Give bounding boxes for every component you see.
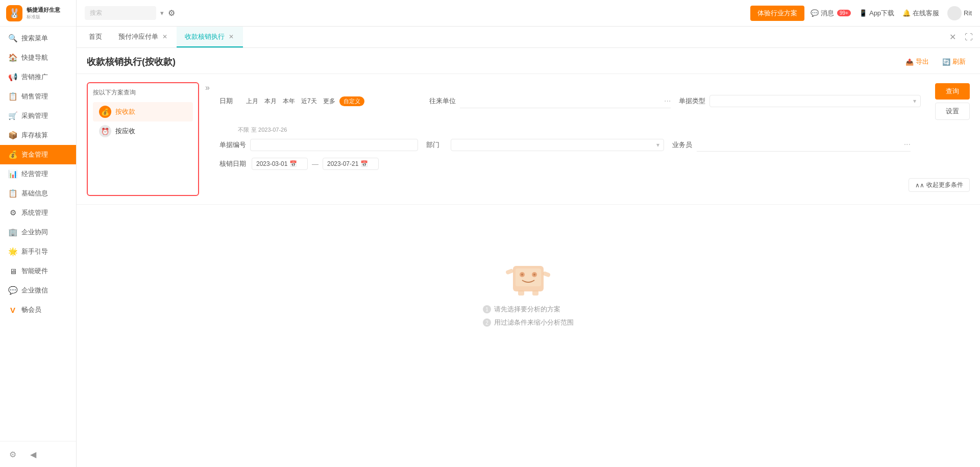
tab-prepay[interactable]: 预付冲应付单 ✕ [110, 27, 177, 47]
svg-point-5 [533, 274, 535, 276]
writeoff-end-text: 2023-07-21 [327, 160, 358, 167]
salesman-more-icon[interactable]: ··· [904, 140, 911, 149]
date-separator: — [312, 160, 318, 168]
shortcut-custom[interactable]: 自定义 [339, 96, 364, 106]
date-field: 日期 上月 本月 本年 近7天 更多 自定义 [219, 96, 421, 107]
salesman-label: 业务员 [672, 140, 693, 150]
salesman-field: 业务员 ··· [672, 138, 911, 152]
sidebar-item-inventory[interactable]: 📦 库存核算 [0, 126, 76, 145]
no-limit-text: 不限 [238, 126, 249, 134]
voucher-no-input[interactable] [250, 139, 418, 151]
tab-collection[interactable]: 收款核销执行 ✕ [177, 27, 243, 47]
writeoff-date-label: 核销日期 [219, 159, 248, 168]
shortcut-7days[interactable]: 近7天 [299, 96, 319, 107]
export-btn[interactable]: 📤 导出 [901, 55, 933, 68]
finance-icon: 💰 [8, 150, 17, 159]
receivable-option-icon: ⏰ [99, 125, 111, 137]
inventory-icon: 📦 [8, 131, 17, 140]
user-name: Rit [964, 9, 972, 17]
sidebar-item-guide[interactable]: 🌟 新手引导 [0, 242, 76, 261]
sidebar-item-enterprise[interactable]: 🏢 企业协同 [0, 223, 76, 242]
tab-bar: 首页 预付冲应付单 ✕ 收款核销执行 ✕ ✕ ⛶ [77, 27, 980, 48]
online-service-label: 在线客服 [913, 9, 939, 18]
tab-bar-actions: ✕ ⛶ [945, 27, 976, 47]
shortcut-more[interactable]: 更多 [321, 96, 337, 107]
sidebar-item-marketing[interactable]: 📢 营销推广 [0, 67, 76, 87]
filter-row-1: 日期 上月 本月 本年 近7天 更多 自定义 [219, 82, 970, 120]
svg-rect-6 [505, 268, 514, 275]
export-icon: 📤 [905, 58, 914, 66]
search-nav-icon: 🔍 [8, 34, 17, 43]
voucher-type-label: 单据类型 [679, 96, 705, 106]
message-btn[interactable]: 💬 消息 99+ [811, 9, 851, 18]
top-header: 搜索 ▾ ⚙ 体验行业方案 💬 消息 99+ 📱 App下载 🔔 在线客服 Ri… [77, 0, 980, 27]
tab-home-label: 首页 [89, 32, 102, 41]
sidebar-item-hardware[interactable]: 🖥 智能硬件 [0, 261, 76, 281]
chevron-up-icon: ∧∧ [915, 182, 924, 189]
chevron-down-icon[interactable]: ▾ [160, 9, 164, 17]
filter-option-by-collection[interactable]: 💰 按收款 [93, 102, 193, 121]
setting-button[interactable]: 设置 [935, 103, 970, 120]
sidebar-item-search[interactable]: 🔍 搜索菜单 [0, 29, 76, 48]
filter-row-2: 单据编号 部门 ▾ 业务员 [219, 138, 970, 152]
wechat-icon: 💬 [8, 286, 17, 295]
sidebar-item-quick-nav[interactable]: 🏠 快捷导航 [0, 48, 76, 67]
writeoff-end-date[interactable]: 2023-07-21 📅 [323, 158, 379, 170]
sidebar-item-system[interactable]: ⚙ 系统管理 [0, 203, 76, 223]
sidebar-item-label-wechat: 企业微信 [21, 286, 48, 295]
online-service-btn[interactable]: 🔔 在线客服 [902, 9, 939, 18]
step-1-num: 1 [483, 305, 491, 313]
logo-name: 畅捷通好生意 [27, 6, 60, 14]
sidebar-item-purchase[interactable]: 🛒 采购管理 [0, 106, 76, 126]
page-header-actions: 📤 导出 🔄 刷新 [901, 55, 970, 68]
collapse-more-btn[interactable]: ∧∧ 收起更多条件 [909, 178, 970, 192]
sidebar-item-wechat[interactable]: 💬 企业微信 [0, 281, 76, 300]
empty-step-1: 1 请先选择要分析的方案 [483, 305, 574, 314]
writeoff-start-date[interactable]: 2023-03-01 📅 [252, 158, 308, 170]
gear-icon[interactable]: ⚙ [168, 8, 175, 18]
sidebar-item-label-inventory: 库存核算 [21, 131, 48, 140]
department-select[interactable]: ▾ [451, 139, 665, 151]
date-to-text: 至 2023-07-26 [251, 126, 287, 134]
date-shortcuts: 上月 本月 本年 近7天 更多 自定义 [244, 96, 364, 107]
sidebar-item-sales[interactable]: 📋 销售管理 [0, 87, 76, 106]
empty-step-2-text: 用过滤条件来缩小分析范围 [494, 318, 574, 327]
page-title: 收款核销执行(按收款) [87, 56, 176, 68]
tab-prepay-close-icon[interactable]: ✕ [161, 33, 168, 40]
collapse-left-btn[interactable]: » [205, 82, 215, 196]
collapse-sidebar-btn[interactable]: ◀ [26, 447, 41, 462]
counterpart-more-icon[interactable]: ··· [664, 96, 671, 106]
sidebar-item-business[interactable]: 📊 经营管理 [0, 164, 76, 184]
shortcut-this-month[interactable]: 本月 [262, 96, 279, 107]
user-menu[interactable]: Rit [947, 6, 972, 20]
voucher-no-field: 单据编号 [219, 139, 418, 151]
tab-collection-close-icon[interactable]: ✕ [228, 33, 235, 40]
page-header: 收款核销执行(按收款) 📤 导出 🔄 刷新 [77, 48, 980, 74]
settings-btn[interactable]: ⚙ [5, 447, 20, 462]
solution-button[interactable]: 体验行业方案 [750, 6, 804, 21]
voucher-no-label: 单据编号 [219, 140, 246, 150]
date-info-row: 不限 至 2023-07-26 [238, 126, 970, 134]
app-download-btn[interactable]: 📱 App下载 [859, 9, 894, 18]
query-button[interactable]: 查询 [935, 83, 970, 100]
sidebar-item-finance[interactable]: 💰 资金管理 [0, 145, 76, 164]
shortcut-last-month[interactable]: 上月 [244, 96, 260, 107]
filter-actions: 查询 设置 [935, 82, 970, 120]
tab-home[interactable]: 首页 [81, 27, 110, 47]
sidebar-item-label-basic-info: 基础信息 [21, 189, 48, 198]
sidebar-item-basic-info[interactable]: 📋 基础信息 [0, 184, 76, 203]
tab-close-all-btn[interactable]: ✕ [945, 30, 960, 44]
app-logo: 🐰 畅捷通好生意 标准版 [0, 0, 76, 27]
marketing-icon: 📢 [8, 72, 17, 82]
home-icon: 🏠 [8, 53, 17, 62]
chevron-down-voucher-icon: ▾ [913, 97, 916, 105]
shortcut-this-year[interactable]: 本年 [281, 96, 297, 107]
refresh-btn[interactable]: 🔄 刷新 [938, 55, 970, 68]
sidebar-item-member[interactable]: V 畅会员 [0, 300, 76, 319]
filter-option-by-receivable[interactable]: ⏰ 按应收 [93, 121, 193, 141]
svg-rect-8 [518, 290, 524, 296]
tab-expand-btn[interactable]: ⛶ [962, 30, 976, 44]
message-badge: 99+ [837, 10, 851, 16]
voucher-type-select[interactable]: ▾ [709, 95, 921, 107]
sidebar-item-label-system: 系统管理 [21, 208, 48, 217]
